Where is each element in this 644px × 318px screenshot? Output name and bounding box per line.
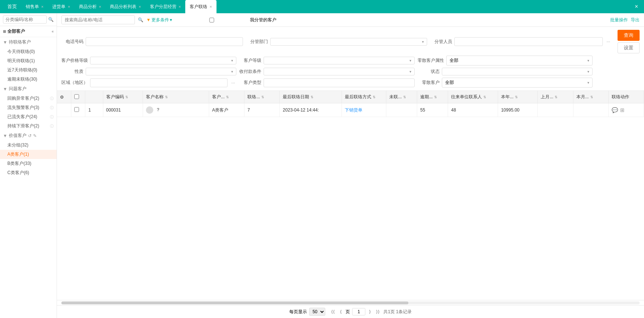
scrollbar-thumb[interactable]	[61, 301, 408, 304]
scatter-attr-value: 全部	[450, 57, 458, 64]
status-select[interactable]: ▾	[442, 68, 593, 75]
bulk-ops-button[interactable]: 批量操作	[610, 17, 628, 23]
nav-item-sales[interactable]: 销售单 ×	[21, 0, 48, 13]
my-customer-label: 我分管的客户	[250, 17, 276, 23]
last-page-button[interactable]: ⟩⟩	[375, 308, 381, 315]
link-action-icon[interactable]: ⊞	[620, 107, 625, 113]
filter-row-2: 客户价格等级 ▾ 客户等级 ▾	[61, 56, 640, 66]
cust-grade-select[interactable]: ▾	[264, 57, 414, 64]
sidebar-group-pending[interactable]: ▼ 待联络客户	[0, 37, 57, 47]
region-input[interactable]	[90, 78, 228, 87]
nature-select[interactable]: ▾	[86, 68, 236, 75]
th-year[interactable]: 本年... ⇅	[498, 91, 538, 103]
my-customer-checkbox[interactable]	[175, 18, 248, 22]
first-page-button[interactable]: ⟨⟨	[330, 308, 336, 315]
sidebar-search-input[interactable]	[3, 15, 47, 24]
dept-select[interactable]: ▾	[270, 38, 427, 46]
settings-button[interactable]: 设置	[618, 42, 640, 53]
search-button[interactable]: 🔍	[138, 17, 143, 22]
nav-close-analysis[interactable]: ×	[99, 4, 101, 9]
person-input[interactable]	[454, 37, 603, 46]
export-button[interactable]: 导出	[631, 17, 640, 23]
th-settings[interactable]: ⚙	[57, 91, 71, 103]
refresh-icon[interactable]: ↺	[28, 133, 32, 138]
query-button[interactable]: 查询	[618, 30, 640, 41]
th-code[interactable]: 客户编码 ⇅	[103, 91, 143, 103]
sidebar-item-c-class[interactable]: C类客户(6)	[0, 168, 57, 177]
filter-icon: ▼	[146, 17, 151, 22]
dept-label: 分管部门	[246, 39, 268, 45]
my-customer-checkbox-label[interactable]: 我分管的客户	[175, 17, 276, 23]
next-page-button[interactable]: ⟩	[368, 308, 372, 315]
th-check[interactable]	[71, 91, 85, 103]
sidebar-item-a-class[interactable]: A类客户(1)	[0, 150, 57, 159]
nav-item-customer-mgmt[interactable]: 客户分层经营 ×	[146, 0, 185, 13]
nav-close-customer-mgmt[interactable]: ×	[179, 4, 181, 9]
sidebar-all-customers[interactable]: ⊞ 全部客户 «	[0, 26, 57, 37]
th-this-month[interactable]: 本月... ⇅	[573, 91, 608, 103]
th-unit-contact[interactable]: 往来单位联系人 ⇅	[448, 91, 498, 103]
th-grade[interactable]: 客户... ⇅	[209, 91, 244, 103]
sidebar-collapse-icon[interactable]: «	[51, 29, 54, 33]
search-input[interactable]	[61, 15, 135, 24]
scatter-cust-select[interactable]: 全部 ▾	[442, 78, 593, 88]
person-dots-icon[interactable]: ···	[605, 39, 612, 44]
nav-item-customer-contact[interactable]: 客户联络 ×	[185, 0, 216, 13]
row-checkbox[interactable]	[74, 107, 79, 112]
edit-group-icon[interactable]: ✎	[33, 133, 37, 138]
phone-input[interactable]	[86, 37, 243, 46]
sidebar-item-unclassified[interactable]: 未分组(32)	[0, 141, 57, 150]
horizontal-scrollbar[interactable]	[57, 300, 644, 305]
sidebar-item-declining[interactable]: 持续下滑客户(2) ⓘ	[0, 121, 57, 131]
more-filters-button[interactable]: ▼ 更多条件 ▾	[146, 17, 172, 23]
th-last-month[interactable]: 上月... ⇅	[538, 91, 573, 103]
payment-select[interactable]: ▾	[264, 68, 414, 75]
sidebar-search-icon[interactable]: 🔍	[48, 17, 54, 22]
sidebar-item-lost[interactable]: 已流失客户(24) ⓘ	[0, 112, 57, 121]
th-no-contact[interactable]: 未联... ⇅	[386, 91, 417, 103]
status-chevron: ▾	[587, 70, 589, 74]
nav-close-purchase[interactable]: ×	[68, 4, 70, 9]
nav-close-analysis-list[interactable]: ×	[139, 4, 141, 9]
page-number-input[interactable]	[352, 308, 365, 315]
nav-home[interactable]: 首页	[3, 0, 21, 13]
nav-label-analysis: 商品分析	[79, 4, 97, 10]
nav-item-analysis-list[interactable]: 商品分析列表 ×	[105, 0, 145, 13]
nav-close-sales[interactable]: ×	[41, 4, 43, 9]
sidebar-group-value[interactable]: ▼ 价值客户 ↺ ✎	[0, 131, 57, 141]
sidebar-item-b-class[interactable]: B类客户(33)	[0, 159, 57, 168]
window-close-icon[interactable]: ×	[632, 3, 641, 10]
prev-page-button[interactable]: ⟨	[339, 308, 343, 315]
sidebar-item-7days[interactable]: 近7天待联络(0)	[0, 66, 57, 75]
chat-action-icon[interactable]: 💬	[612, 107, 618, 113]
sidebar-item-abnormal[interactable]: 回购异常客户(2) ⓘ	[0, 94, 57, 103]
nav-item-analysis[interactable]: 商品分析 ×	[75, 0, 105, 13]
th-last-date[interactable]: 最后联络日期 ⇅	[280, 91, 341, 103]
overdue-label: 逾期未联络(30)	[7, 76, 37, 82]
th-name[interactable]: 客户名称 ⇅	[143, 91, 209, 103]
scatter-cust-value: 全部	[445, 80, 454, 86]
th-overdue[interactable]: 逾期... ⇅	[417, 91, 448, 103]
filter-row-4: 区域（地区） ··· 客户类型 零散客户 全部 ▾	[61, 78, 640, 88]
th-last-method[interactable]: 最后联络方式 ⇅	[341, 91, 386, 103]
per-page-select[interactable]: 50	[309, 308, 325, 316]
nav-close-customer-contact[interactable]: ×	[210, 4, 212, 9]
sidebar-item-tomorrow[interactable]: 明天待联络(1)	[0, 56, 57, 66]
row-name: ？	[143, 103, 209, 117]
region-dots-icon[interactable]: ···	[230, 80, 236, 85]
sidebar-item-today[interactable]: 今天待联络(0)	[0, 47, 57, 56]
sidebar-item-overdue[interactable]: 逾期未联络(30)	[0, 75, 57, 84]
settings-icon[interactable]: ⚙	[60, 95, 64, 100]
price-grade-select[interactable]: ▾	[90, 57, 236, 64]
cust-type-input[interactable]	[264, 78, 414, 87]
sidebar-group-problem[interactable]: ▼ 问题客户	[0, 84, 57, 94]
nav-item-purchase[interactable]: 进货单 ×	[48, 0, 74, 13]
select-all-checkbox[interactable]	[74, 94, 79, 99]
th-grade-sort: ⇅	[226, 95, 229, 99]
row-last-method[interactable]: 下销货单	[341, 103, 386, 117]
row-check[interactable]	[71, 103, 85, 117]
sidebar-item-loss-warning[interactable]: 流失预警客户(3) ⓘ	[0, 103, 57, 112]
th-contact[interactable]: 联络... ⇅	[244, 91, 280, 103]
scatter-attr-select[interactable]: 全部 ▾	[446, 56, 593, 66]
row-index: 1	[85, 103, 103, 117]
